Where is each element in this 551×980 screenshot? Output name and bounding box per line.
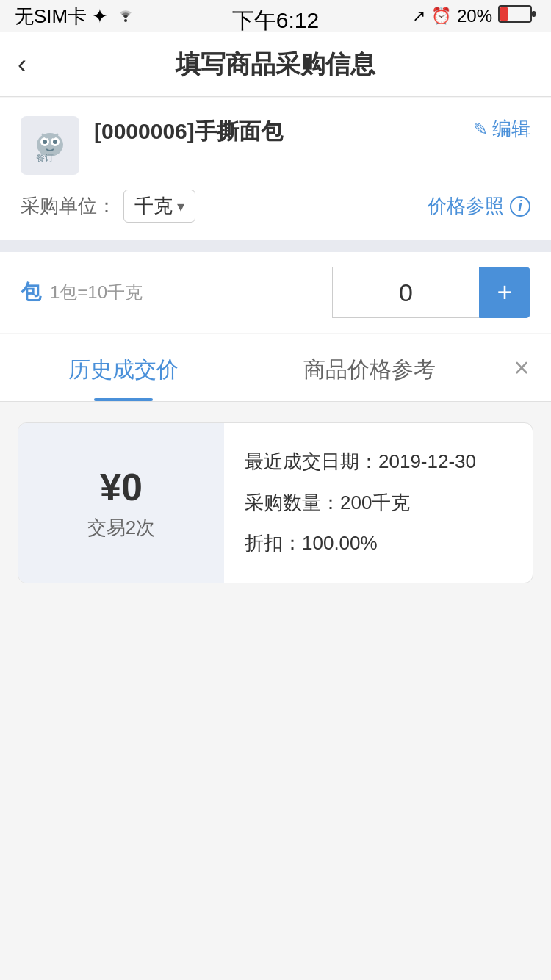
product-header: 餐订 [0000006]手撕面包 ✎ 编辑 (21, 116, 530, 175)
product-info: [0000006]手撕面包 (94, 116, 283, 147)
svg-text:餐订: 餐订 (36, 153, 54, 162)
recent-date-label: 最近成交日期： (245, 450, 378, 472)
plus-button[interactable]: + (479, 267, 530, 318)
battery-percent: 20% (457, 6, 492, 26)
close-button[interactable]: × (492, 339, 551, 397)
unit-label: 采购单位： 千克 ▾ (21, 190, 195, 223)
tab-price-ref-label: 商品价格参考 (303, 357, 436, 381)
unit-select[interactable]: 千克 ▾ (123, 190, 195, 223)
transaction-discount-row: 折扣：100.00% (245, 528, 512, 559)
price-reference-button[interactable]: 价格参照 i (428, 193, 530, 219)
nav-bar: ‹ 填写商品采购信息 (0, 32, 551, 97)
transaction-date-row: 最近成交日期：2019-12-30 (245, 447, 512, 478)
status-bar: 无SIM卡 ✦ 下午6:12 ↗ ⏰ 20% (0, 0, 551, 32)
qty-label: 采购数量： (245, 491, 340, 514)
tab-history-price[interactable]: 历史成交价 (0, 334, 246, 401)
qty-unit-badge: 包 (21, 278, 41, 306)
svg-point-7 (43, 140, 47, 144)
svg-point-0 (124, 19, 127, 22)
transaction-card: ¥0 交易2次 最近成交日期：2019-12-30 采购数量：200千克 折扣：… (18, 422, 533, 583)
page-title: 填写商品采购信息 (176, 48, 375, 82)
tab-history-label: 历史成交价 (68, 357, 179, 381)
chevron-down-icon: ▾ (177, 198, 184, 215)
product-left: 餐订 [0000006]手撕面包 (21, 116, 283, 175)
product-thumbnail: 餐订 (21, 116, 79, 175)
price-ref-label: 价格参照 (428, 193, 504, 219)
quantity-row: 包 1包=10千克 + (0, 252, 551, 333)
carrier-text: 无SIM卡 ✦ (15, 4, 108, 29)
unit-label-text: 采购单位： (21, 193, 116, 219)
product-logo-icon: 餐订 (30, 123, 70, 169)
transaction-count: 交易2次 (87, 515, 155, 541)
recent-date-value: 2019-12-30 (378, 450, 476, 472)
back-button[interactable]: ‹ (18, 49, 26, 80)
edit-label: 编辑 (492, 116, 530, 142)
tab-underline (94, 398, 153, 401)
product-unit-row: 采购单位： 千克 ▾ 价格参照 i (21, 190, 530, 223)
info-icon: i (510, 196, 530, 217)
section-divider (0, 240, 551, 252)
quantity-label-group: 包 1包=10千克 (21, 278, 143, 306)
quantity-input-group: + (332, 267, 530, 318)
discount-value: 100.00% (302, 532, 378, 554)
discount-label: 折扣： (245, 532, 302, 554)
transaction-price: ¥0 (100, 465, 143, 509)
wifi-icon (114, 5, 137, 28)
battery-icon (498, 4, 536, 28)
transaction-right: 最近成交日期：2019-12-30 采购数量：200千克 折扣：100.00% (224, 423, 533, 583)
tab-price-reference[interactable]: 商品价格参考 (246, 334, 492, 401)
quantity-input[interactable] (332, 267, 479, 318)
product-card: 餐订 [0000006]手撕面包 ✎ 编辑 采购单位： 千克 ▾ 价格参照 i (0, 98, 551, 240)
qty-conversion: 1包=10千克 (50, 281, 143, 304)
alarm-icon: ⏰ (431, 7, 451, 26)
svg-point-8 (53, 140, 57, 144)
edit-icon: ✎ (473, 119, 488, 140)
tab-bar: 历史成交价 商品价格参考 × (0, 334, 551, 402)
status-time: 下午6:12 (232, 6, 319, 36)
unit-value: 千克 (134, 193, 173, 219)
transaction-left: ¥0 交易2次 (18, 423, 224, 583)
svg-rect-3 (532, 11, 536, 17)
transaction-qty-row: 采购数量：200千克 (245, 488, 512, 519)
svg-rect-2 (500, 7, 508, 21)
status-carrier: 无SIM卡 ✦ (15, 4, 137, 29)
transaction-container: ¥0 交易2次 最近成交日期：2019-12-30 采购数量：200千克 折扣：… (0, 402, 551, 604)
location-icon: ↗ (412, 7, 425, 26)
qty-value: 200千克 (340, 491, 410, 514)
edit-button[interactable]: ✎ 编辑 (473, 116, 530, 142)
product-code-name: [0000006]手撕面包 (94, 116, 283, 147)
status-right: ↗ ⏰ 20% (412, 4, 536, 28)
